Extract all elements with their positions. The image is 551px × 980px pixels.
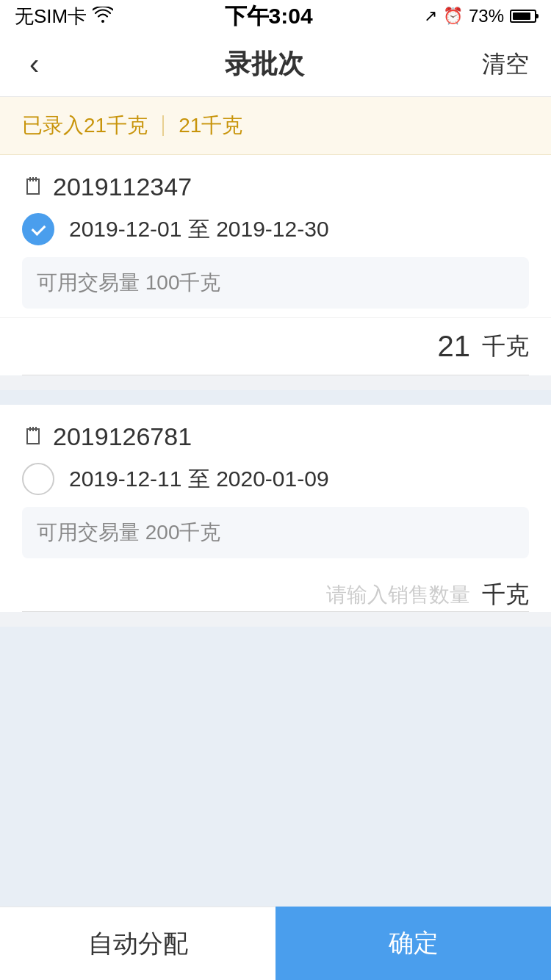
clear-button[interactable]: 清空 <box>482 48 529 81</box>
status-right: ↗ ⏰ 73% <box>424 6 536 26</box>
batch-avail-1: 可用交易量 100千克 <box>22 257 529 309</box>
input-row-2: 请输入销售数量 千克 <box>0 567 551 611</box>
batch-radio-2[interactable] <box>22 463 54 495</box>
status-bar: 无SIM卡 下午3:04 ↗ ⏰ 73% <box>0 0 551 32</box>
alarm-icon: ⏰ <box>443 7 463 26</box>
auto-distribute-button[interactable]: 自动分配 <box>0 907 276 980</box>
quantity-row-1: 千克 <box>0 317 551 375</box>
batch-date-row-2: 2019-12-11 至 2020-01-09 <box>0 457 551 501</box>
batch-date-1: 2019-12-01 至 2019-12-30 <box>69 215 329 245</box>
location-icon: ↗ <box>424 7 437 26</box>
input-placeholder-2: 请输入销售数量 <box>326 581 470 609</box>
nav-bar: ‹ 录批次 清空 <box>0 32 551 97</box>
batch-date-row-1: 2019-12-01 至 2019-12-30 <box>0 207 551 251</box>
batch-id-2: 2019126781 <box>53 422 192 451</box>
quantity-underline-2 <box>22 611 529 612</box>
bottom-buttons: 自动分配 确定 <box>0 907 551 980</box>
batch-icon-2: 🗒 <box>22 423 46 450</box>
quantity-input-1[interactable] <box>353 330 470 363</box>
summary-divider <box>162 115 164 136</box>
summary-value: 21千克 <box>179 112 242 140</box>
page-title: 录批次 <box>225 46 304 82</box>
battery-text: 73% <box>469 6 504 26</box>
batch-item-1: 🗒 2019112347 2019-12-01 至 2019-12-30 可用交… <box>0 155 551 375</box>
batch-radio-1[interactable] <box>22 213 54 245</box>
status-left: 无SIM卡 <box>15 4 113 29</box>
batch-id-1: 2019112347 <box>53 173 192 201</box>
summary-bar: 已录入21千克 21千克 <box>0 97 551 155</box>
batch-icon-1: 🗒 <box>22 173 46 201</box>
section-divider <box>0 390 551 405</box>
quantity-underline-1 <box>22 375 529 375</box>
status-time: 下午3:04 <box>225 1 313 32</box>
quantity-unit-1: 千克 <box>482 331 529 363</box>
wifi-icon <box>93 5 113 28</box>
input-unit-2: 千克 <box>482 579 529 611</box>
batch-header-1: 🗒 2019112347 <box>0 155 551 207</box>
battery-icon <box>510 10 536 23</box>
confirm-button[interactable]: 确定 <box>276 907 551 980</box>
content-area: 🗒 2019112347 2019-12-01 至 2019-12-30 可用交… <box>0 155 551 980</box>
summary-label: 已录入21千克 <box>22 112 148 140</box>
back-button[interactable]: ‹ <box>22 40 46 88</box>
carrier-text: 无SIM卡 <box>15 4 87 29</box>
batch-avail-2: 可用交易量 200千克 <box>22 507 529 558</box>
batch-header-2: 🗒 2019126781 <box>0 405 551 457</box>
batch-date-2: 2019-12-11 至 2020-01-09 <box>69 464 329 494</box>
batch-item-2: 🗒 2019126781 2019-12-11 至 2020-01-09 可用交… <box>0 405 551 612</box>
